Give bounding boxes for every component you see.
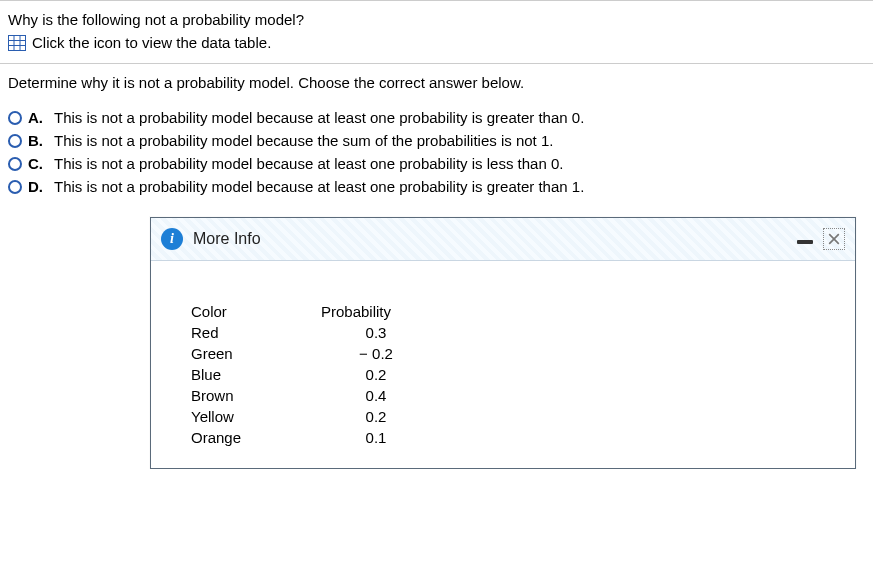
option-b[interactable]: B. This is not a probability model becau… [8, 132, 865, 149]
option-c[interactable]: C. This is not a probability model becau… [8, 155, 865, 172]
radio-icon[interactable] [8, 180, 22, 194]
cell-color: Green [191, 343, 321, 364]
table-row: Red 0.3 [191, 322, 441, 343]
header-probability: Probability [321, 301, 441, 322]
cell-color: Orange [191, 427, 321, 448]
modal-header: i More Info [151, 218, 855, 261]
cell-prob: 0.1 [321, 427, 441, 448]
option-letter: A. [28, 109, 48, 126]
cell-color: Brown [191, 385, 321, 406]
minimize-icon[interactable] [797, 240, 813, 244]
option-d[interactable]: D. This is not a probability model becau… [8, 178, 865, 195]
cell-color: Red [191, 322, 321, 343]
radio-icon[interactable] [8, 134, 22, 148]
view-table-hint: Click the icon to view the data table. [32, 34, 271, 51]
modal-body: Color Probability Red 0.3 Green − 0.2 Bl… [151, 261, 855, 468]
table-header-row: Color Probability [191, 301, 441, 322]
close-icon[interactable] [823, 228, 845, 250]
cell-prob: 0.2 [321, 364, 441, 385]
modal-title: More Info [193, 230, 261, 248]
table-row: Orange 0.1 [191, 427, 441, 448]
option-text: This is not a probability model because … [54, 155, 563, 172]
table-row: Brown 0.4 [191, 385, 441, 406]
cell-color: Blue [191, 364, 321, 385]
data-table-icon[interactable] [8, 35, 26, 51]
option-letter: D. [28, 178, 48, 195]
option-text: This is not a probability model because … [54, 132, 553, 149]
answer-options: A. This is not a probability model becau… [0, 109, 873, 195]
svg-rect-0 [9, 35, 26, 50]
more-info-modal: i More Info Color Probability Red 0.3 [150, 217, 856, 469]
question-prompt: Why is the following not a probability m… [8, 11, 865, 28]
option-letter: B. [28, 132, 48, 149]
radio-icon[interactable] [8, 157, 22, 171]
option-text: This is not a probability model because … [54, 109, 584, 126]
option-text: This is not a probability model because … [54, 178, 584, 195]
view-table-row[interactable]: Click the icon to view the data table. [8, 34, 865, 51]
option-letter: C. [28, 155, 48, 172]
option-a[interactable]: A. This is not a probability model becau… [8, 109, 865, 126]
table-row: Yellow 0.2 [191, 406, 441, 427]
info-icon: i [161, 228, 183, 250]
probability-table: Color Probability Red 0.3 Green − 0.2 Bl… [191, 301, 441, 448]
cell-color: Yellow [191, 406, 321, 427]
cell-prob: 0.3 [321, 322, 441, 343]
radio-icon[interactable] [8, 111, 22, 125]
table-row: Blue 0.2 [191, 364, 441, 385]
header-color: Color [191, 301, 321, 322]
table-row: Green − 0.2 [191, 343, 441, 364]
cell-prob: 0.4 [321, 385, 441, 406]
cell-prob: − 0.2 [321, 343, 441, 364]
instruction-text: Determine why it is not a probability mo… [0, 64, 873, 109]
cell-prob: 0.2 [321, 406, 441, 427]
question-block: Why is the following not a probability m… [0, 1, 873, 63]
